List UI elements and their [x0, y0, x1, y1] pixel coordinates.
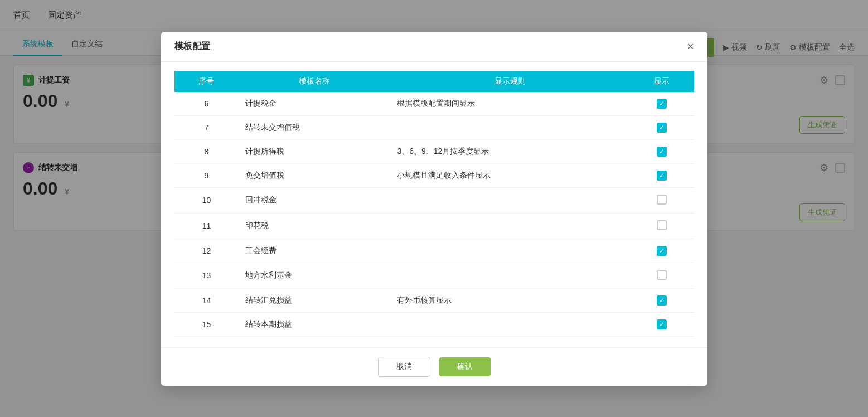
cell-name: 印花税 — [239, 213, 390, 239]
config-table: 序号 模板名称 显示规则 显示 6计提税金根据模版配置期间显示✓7结转未交增值税… — [174, 71, 694, 338]
modal-body: 序号 模板名称 显示规则 显示 6计提税金根据模版配置期间显示✓7结转未交增值税… — [161, 62, 707, 347]
modal-overlay: 模板配置 × 序号 模板名称 显示规则 显示 6计提税金根据模版配置期间显 — [0, 0, 868, 417]
row-checkbox[interactable]: ✓ — [657, 319, 667, 329]
template-config-modal: 模板配置 × 序号 模板名称 显示规则 显示 6计提税金根据模版配置期间显 — [161, 32, 707, 386]
cell-name: 结转未分配利润 — [239, 336, 390, 338]
row-checkbox[interactable] — [657, 195, 667, 205]
cell-name: 结转本期损益 — [239, 312, 390, 336]
cell-checkbox: ✓ — [629, 312, 694, 336]
table-row: 8计提所得税3、6、9、12月按季度显示✓ — [174, 139, 694, 163]
cell-checkbox: ✓ — [629, 288, 694, 312]
col-rule: 显示规则 — [390, 71, 629, 92]
cell-seq: 7 — [174, 115, 239, 139]
cell-seq: 16 — [174, 336, 239, 338]
confirm-button[interactable]: 确认 — [439, 357, 491, 376]
row-checkbox[interactable]: ✓ — [657, 171, 667, 181]
cell-rule: 根据模版配置期间显示 — [390, 92, 629, 116]
table-row: 7结转未交增值税✓ — [174, 115, 694, 139]
cell-seq: 13 — [174, 263, 239, 288]
row-checkbox[interactable]: ✓ — [657, 246, 667, 256]
cell-checkbox — [629, 213, 694, 239]
cell-rule: 3、6、9、12月按季度显示 — [390, 139, 629, 163]
table-body: 6计提税金根据模版配置期间显示✓7结转未交增值税✓8计提所得税3、6、9、12月… — [174, 92, 694, 338]
col-name: 模板名称 — [239, 71, 390, 92]
cell-rule — [390, 115, 629, 139]
row-checkbox[interactable]: ✓ — [657, 99, 667, 109]
table-row: 13地方水利基金 — [174, 263, 694, 288]
cell-rule: 小规模且满足收入条件显示 — [390, 163, 629, 187]
table-row: 12工会经费✓ — [174, 239, 694, 263]
cell-name: 计提所得税 — [239, 139, 390, 163]
row-checkbox[interactable]: ✓ — [657, 147, 667, 157]
cell-seq: 10 — [174, 187, 239, 213]
table-row: 6计提税金根据模版配置期间显示✓ — [174, 92, 694, 116]
cell-name: 地方水利基金 — [239, 263, 390, 288]
row-checkbox[interactable] — [657, 270, 667, 280]
cancel-button[interactable]: 取消 — [378, 357, 430, 377]
col-seq: 序号 — [174, 71, 239, 92]
cell-seq: 8 — [174, 139, 239, 163]
modal-header: 模板配置 × — [161, 32, 707, 62]
table-row: 11印花税 — [174, 213, 694, 239]
row-checkbox[interactable]: ✓ — [657, 295, 667, 306]
cell-seq: 14 — [174, 288, 239, 312]
cell-seq: 11 — [174, 213, 239, 239]
cell-rule — [390, 263, 629, 288]
modal-footer: 取消 确认 — [161, 347, 707, 386]
cell-checkbox: ✓ — [629, 139, 694, 163]
cell-name: 结转未交增值税 — [239, 115, 390, 139]
table-row: 10回冲税金 — [174, 187, 694, 213]
table-header: 序号 模板名称 显示规则 显示 — [174, 71, 694, 92]
table-row: 9免交增值税小规模且满足收入条件显示✓ — [174, 163, 694, 187]
cell-seq: 6 — [174, 92, 239, 116]
cell-checkbox: ✓ — [629, 115, 694, 139]
table-row: 16结转未分配利润12月份显示✓ — [174, 336, 694, 338]
cell-seq: 9 — [174, 163, 239, 187]
cell-seq: 15 — [174, 312, 239, 336]
cell-checkbox — [629, 187, 694, 213]
cell-name: 免交增值税 — [239, 163, 390, 187]
cell-checkbox: ✓ — [629, 336, 694, 338]
cell-name: 结转汇兑损益 — [239, 288, 390, 312]
cell-rule — [390, 239, 629, 263]
cell-name: 工会经费 — [239, 239, 390, 263]
modal-close-button[interactable]: × — [687, 41, 694, 52]
cell-rule: 12月份显示 — [390, 336, 629, 338]
cell-name: 回冲税金 — [239, 187, 390, 213]
table-row: 15结转本期损益✓ — [174, 312, 694, 336]
cell-checkbox — [629, 263, 694, 288]
col-display: 显示 — [629, 71, 694, 92]
table-scroll-area[interactable]: 序号 模板名称 显示规则 显示 6计提税金根据模版配置期间显示✓7结转未交增值税… — [174, 71, 694, 338]
cell-rule — [390, 187, 629, 213]
cell-rule: 有外币核算显示 — [390, 288, 629, 312]
cell-seq: 12 — [174, 239, 239, 263]
cell-rule — [390, 213, 629, 239]
cell-checkbox: ✓ — [629, 163, 694, 187]
modal-title: 模板配置 — [174, 41, 210, 52]
cell-name: 计提税金 — [239, 92, 390, 116]
row-checkbox[interactable] — [657, 220, 667, 230]
cell-checkbox: ✓ — [629, 239, 694, 263]
cell-checkbox: ✓ — [629, 92, 694, 116]
row-checkbox[interactable]: ✓ — [657, 123, 667, 133]
cell-rule — [390, 312, 629, 336]
table-row: 14结转汇兑损益有外币核算显示✓ — [174, 288, 694, 312]
